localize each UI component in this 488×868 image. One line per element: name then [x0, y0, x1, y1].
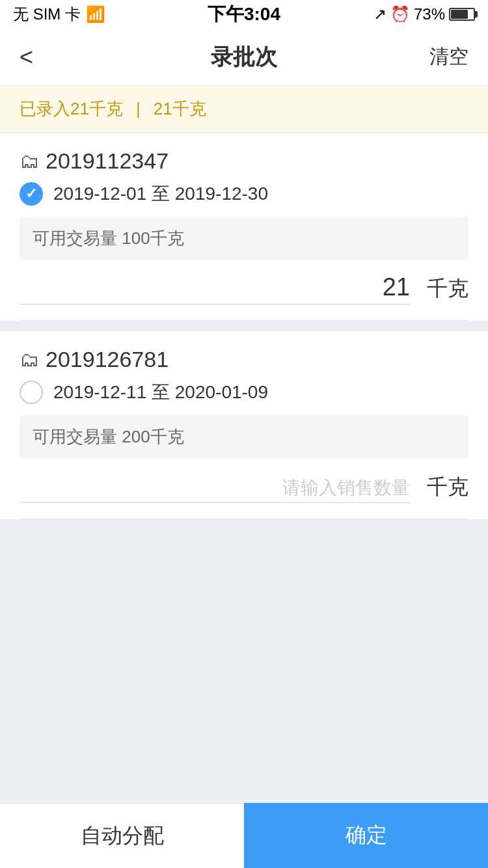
bottom-bar: 自动分配 确定 — [0, 803, 488, 868]
batch2-unit: 千克 — [427, 473, 468, 502]
recorded-label: 已录入21千克 — [20, 98, 123, 120]
empty-area — [0, 519, 488, 799]
battery-percent: 73% — [414, 5, 445, 23]
batch2-header: 🗂 2019126781 — [20, 347, 468, 372]
batch1-id: 2019112347 — [46, 148, 169, 174]
batch1-available: 可用交易量 100千克 — [20, 217, 468, 260]
batch2-date-row[interactable]: 2019-12-11 至 2020-01-09 — [20, 380, 468, 405]
carrier-text: 无 SIM 卡 — [13, 4, 81, 25]
batch2-available: 可用交易量 200千克 — [20, 415, 468, 459]
batch2-quantity-underline — [20, 472, 410, 503]
batch1-radio[interactable] — [20, 182, 43, 206]
clear-button[interactable]: 清空 — [429, 44, 468, 70]
status-left: 无 SIM 卡 📶 — [13, 4, 105, 25]
batch2-quantity-input[interactable] — [280, 472, 410, 500]
batch-item-2: 🗂 2019126781 2019-12-11 至 2020-01-09 可用交… — [0, 331, 488, 519]
info-banner: 已录入21千克 | 21千克 — [0, 86, 488, 133]
batch1-header: 🗂 2019112347 — [20, 148, 468, 174]
batch1-quantity-underline — [20, 273, 410, 305]
banner-divider: | — [136, 99, 141, 119]
batch1-unit: 千克 — [427, 275, 468, 303]
alarm-icon: ⏰ — [390, 5, 410, 23]
batch1-date-row[interactable]: 2019-12-01 至 2019-12-30 — [20, 182, 468, 206]
auto-distribute-button[interactable]: 自动分配 — [0, 803, 244, 868]
batch2-quantity-row: 千克 — [20, 459, 468, 519]
status-right: ↗ ⏰ 73% — [373, 5, 475, 23]
batch2-id: 2019126781 — [46, 347, 169, 372]
batch1-icon: 🗂 — [20, 150, 39, 172]
batch2-radio[interactable] — [20, 381, 43, 404]
status-time: 下午3:04 — [208, 2, 280, 27]
batch-item-1: 🗂 2019112347 2019-12-01 至 2019-12-30 可用交… — [0, 133, 488, 321]
page-title: 录批次 — [211, 42, 277, 72]
battery-icon — [449, 8, 475, 21]
recorded-value: 21千克 — [154, 98, 206, 120]
batch2-icon: 🗂 — [20, 349, 39, 371]
nav-bar: < 录批次 清空 — [0, 29, 488, 86]
batch1-date: 2019-12-01 至 2019-12-30 — [53, 182, 268, 206]
back-button[interactable]: < — [20, 44, 33, 71]
location-icon: ↗ — [373, 5, 386, 23]
wifi-icon: 📶 — [86, 5, 105, 23]
batch1-quantity-input[interactable] — [280, 273, 410, 301]
confirm-button[interactable]: 确定 — [244, 803, 488, 868]
batch1-quantity-row: 千克 — [20, 260, 468, 321]
status-bar: 无 SIM 卡 📶 下午3:04 ↗ ⏰ 73% — [0, 0, 488, 29]
batch2-date: 2019-12-11 至 2020-01-09 — [53, 380, 268, 405]
section-separator-1 — [0, 321, 488, 331]
